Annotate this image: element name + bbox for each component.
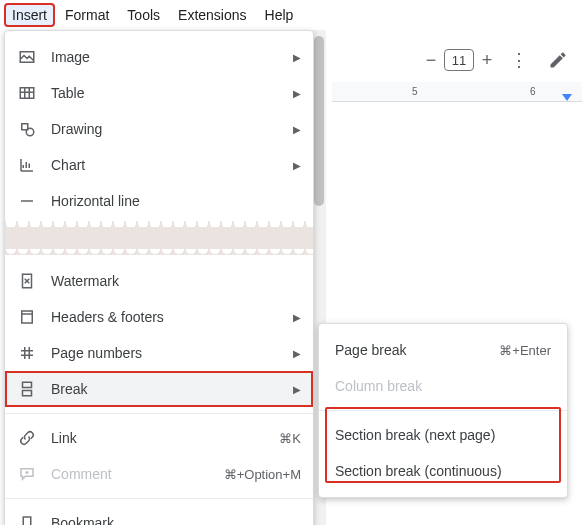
pencil-icon <box>548 50 568 70</box>
link-icon <box>17 428 37 448</box>
chart-icon <box>17 155 37 175</box>
submenu-section-break-continuous[interactable]: Section break (continuous) <box>319 453 567 489</box>
menu-label: Comment <box>51 466 224 482</box>
submenu-label: Column break <box>335 378 551 394</box>
menu-label: Image <box>51 49 293 65</box>
image-icon <box>17 47 37 67</box>
chevron-right-icon: ▶ <box>293 384 301 395</box>
font-size-decrease[interactable]: − <box>420 47 442 73</box>
menu-chart[interactable]: Chart ▶ <box>5 147 313 183</box>
bookmark-icon <box>17 513 37 525</box>
font-size-control: − 11 + <box>420 47 498 73</box>
menu-label: Watermark <box>51 273 301 289</box>
menu-table[interactable]: Table ▶ <box>5 75 313 111</box>
toolbar-right: − 11 + ⋮ <box>420 42 576 78</box>
menu-break[interactable]: Break ▶ <box>5 371 313 407</box>
ruler-tick: 5 <box>412 86 418 97</box>
submenu-column-break: Column break <box>319 368 567 404</box>
menubar-insert[interactable]: Insert <box>4 3 55 27</box>
submenu-label: Page break <box>335 342 499 358</box>
menu-shortcut: ⌘+Option+M <box>224 467 301 482</box>
menu-watermark[interactable]: Watermark <box>5 263 313 299</box>
submenu-section-break-next-page[interactable]: Section break (next page) <box>319 417 567 453</box>
menu-image[interactable]: Image ▶ <box>5 39 313 75</box>
ruler-tick: 6 <box>530 86 536 97</box>
menubar-extensions[interactable]: Extensions <box>170 3 254 27</box>
more-options-icon[interactable]: ⋮ <box>506 45 532 75</box>
chevron-right-icon: ▶ <box>293 160 301 171</box>
menubar: Insert Format Tools Extensions Help <box>0 0 582 30</box>
submenu-shortcut: ⌘+Enter <box>499 343 551 358</box>
menu-label: Headers & footers <box>51 309 293 325</box>
menu-separator <box>5 413 313 414</box>
ruler-marker-icon[interactable] <box>562 94 572 101</box>
comment-icon <box>17 464 37 484</box>
menu-label: Bookmark <box>51 515 301 525</box>
chevron-right-icon: ▶ <box>293 348 301 359</box>
table-icon <box>17 83 37 103</box>
pagenum-icon <box>17 343 37 363</box>
submenu-label: Section break (next page) <box>335 427 551 443</box>
menu-label: Horizontal line <box>51 193 301 209</box>
insert-menu: Image ▶ Table ▶ Drawing ▶ Chart ▶ Horizo… <box>4 30 314 525</box>
editing-mode-button[interactable] <box>540 42 576 78</box>
break-icon <box>17 379 37 399</box>
menu-comment: Comment ⌘+Option+M <box>5 456 313 492</box>
headers-icon <box>17 307 37 327</box>
menu-link[interactable]: Link ⌘K <box>5 420 313 456</box>
font-size-value[interactable]: 11 <box>444 49 474 71</box>
menu-headers-footers[interactable]: Headers & footers ▶ <box>5 299 313 335</box>
break-submenu: Page break ⌘+Enter Column break Section … <box>318 323 568 498</box>
menu-page-numbers[interactable]: Page numbers ▶ <box>5 335 313 371</box>
chevron-right-icon: ▶ <box>293 312 301 323</box>
menu-label: Link <box>51 430 279 446</box>
chevron-right-icon: ▶ <box>293 52 301 63</box>
menu-label: Page numbers <box>51 345 293 361</box>
chevron-right-icon: ▶ <box>293 124 301 135</box>
svg-point-0 <box>26 128 34 136</box>
menubar-help[interactable]: Help <box>257 3 302 27</box>
menu-separator <box>5 498 313 499</box>
menu-bookmark[interactable]: Bookmark <box>5 505 313 525</box>
torn-edge-separator <box>5 221 313 255</box>
menu-separator <box>319 410 567 411</box>
menu-label: Drawing <box>51 121 293 137</box>
menu-horizontal-line[interactable]: Horizontal line <box>5 183 313 219</box>
menu-label: Chart <box>51 157 293 173</box>
menu-shortcut: ⌘K <box>279 431 301 446</box>
drawing-icon <box>17 119 37 139</box>
submenu-label: Section break (continuous) <box>335 463 551 479</box>
watermark-icon <box>17 271 37 291</box>
font-size-increase[interactable]: + <box>476 47 498 73</box>
hr-icon <box>17 191 37 211</box>
chevron-right-icon: ▶ <box>293 88 301 99</box>
menubar-format[interactable]: Format <box>57 3 117 27</box>
menu-label: Break <box>51 381 293 397</box>
menu-drawing[interactable]: Drawing ▶ <box>5 111 313 147</box>
menu-label: Table <box>51 85 293 101</box>
menubar-tools[interactable]: Tools <box>119 3 168 27</box>
ruler: 5 6 <box>332 82 582 102</box>
scrollbar-thumb[interactable] <box>314 36 324 206</box>
submenu-page-break[interactable]: Page break ⌘+Enter <box>319 332 567 368</box>
